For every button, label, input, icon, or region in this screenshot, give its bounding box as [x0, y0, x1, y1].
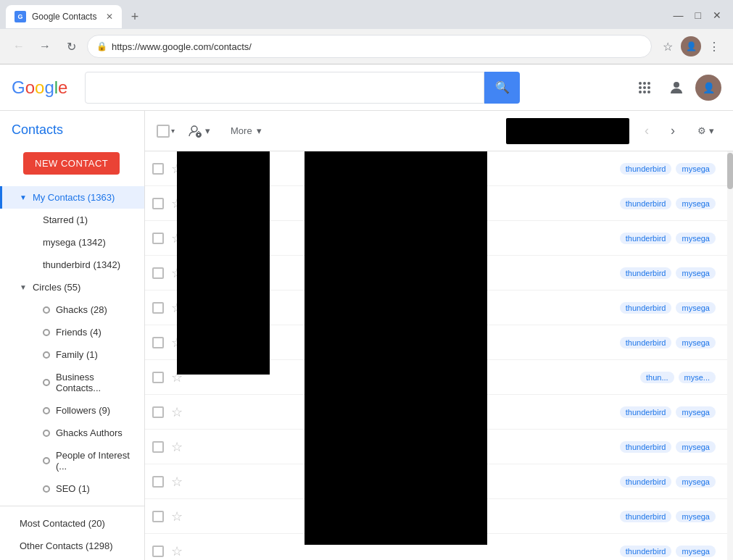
tag-pill[interactable]: mysega: [676, 511, 716, 522]
contact-star[interactable]: ☆: [171, 230, 183, 246]
apps-grid-button[interactable]: [631, 75, 658, 101]
tag-pill[interactable]: thunderbird: [620, 267, 672, 279]
new-contact-button[interactable]: NEW CONTACT: [23, 152, 120, 175]
refresh-button[interactable]: ↻: [61, 36, 81, 57]
contact-star[interactable]: ☆: [171, 300, 183, 316]
ghacks-authors-label: Ghacks Authors: [56, 427, 123, 438]
contact-checkbox[interactable]: [152, 511, 164, 522]
contact-checkbox[interactable]: [152, 546, 164, 557]
tag-pill[interactable]: mysega: [676, 476, 716, 488]
sidebar-item-seo[interactable]: SEO (1): [23, 477, 144, 500]
close-button[interactable]: ✕: [713, 9, 721, 21]
search-button[interactable]: 🔍: [484, 72, 520, 104]
prev-page-icon: ‹: [645, 123, 649, 138]
tag-pill[interactable]: mysega: [676, 546, 716, 557]
tag-pill[interactable]: thun...: [640, 372, 674, 383]
select-all-checkbox[interactable]: [157, 125, 170, 138]
contact-star[interactable]: ☆: [171, 335, 183, 351]
tag-pill[interactable]: thunderbird: [620, 441, 672, 453]
friends-label: Friends (4): [56, 327, 102, 338]
tag-pill[interactable]: thunderbird: [620, 198, 672, 209]
contact-star[interactable]: ☆: [171, 474, 183, 490]
tag-pill[interactable]: thunderbird: [620, 546, 672, 557]
contact-checkbox[interactable]: [152, 233, 164, 244]
tag-pill[interactable]: mysega: [676, 163, 716, 175]
contact-row: ☆thun...myse...: [145, 360, 733, 395]
tag-pill[interactable]: thunderbird: [620, 476, 672, 488]
contact-star[interactable]: ☆: [171, 439, 183, 455]
bookmark-button[interactable]: ☆: [658, 36, 678, 57]
next-page-button[interactable]: ›: [661, 120, 684, 143]
contact-checkbox[interactable]: [152, 441, 164, 453]
sidebar-item-followers[interactable]: Followers (9): [23, 399, 144, 422]
contact-checkbox[interactable]: [152, 476, 164, 488]
tag-pill[interactable]: mysega: [676, 233, 716, 244]
contact-checkbox[interactable]: [152, 406, 164, 418]
contact-star[interactable]: ☆: [171, 543, 183, 559]
sidebar-item-circles[interactable]: ▼ Circles (55): [0, 276, 144, 298]
contact-checkbox[interactable]: [152, 337, 164, 348]
maximize-button[interactable]: □: [695, 9, 701, 21]
svg-point-0: [639, 82, 642, 85]
more-button[interactable]: More ▾: [223, 121, 269, 141]
tag-pill[interactable]: thunderbird: [620, 406, 672, 418]
tab-close-button[interactable]: ✕: [106, 12, 113, 22]
contact-checkbox[interactable]: [152, 302, 164, 314]
active-tab[interactable]: G Google Contacts ✕: [6, 5, 122, 28]
sidebar-item-family[interactable]: Family (1): [23, 343, 144, 366]
profile-avatar[interactable]: 👤: [695, 75, 721, 101]
forward-button[interactable]: →: [35, 36, 55, 57]
sidebar-item-mysega[interactable]: mysega (1342): [23, 231, 144, 254]
sidebar-item-ghacks[interactable]: Ghacks (28): [23, 298, 144, 321]
contact-checkbox[interactable]: [152, 198, 164, 209]
sidebar-item-ghacks-authors[interactable]: Ghacks Authors: [23, 422, 144, 444]
back-button[interactable]: ←: [9, 36, 29, 57]
contact-star[interactable]: ☆: [171, 509, 183, 525]
select-arrow[interactable]: ▾: [171, 127, 175, 135]
prev-page-button[interactable]: ‹: [635, 120, 658, 143]
tag-pill[interactable]: thunderbird: [620, 163, 672, 175]
tag-pill[interactable]: thunderbird: [620, 233, 672, 244]
url-text: https://www.google.com/contacts/: [112, 41, 642, 52]
sidebar-item-other-contacts[interactable]: Other Contacts (1298): [0, 535, 144, 557]
contact-row: ☆thunderbirdmysega: [145, 464, 733, 499]
sidebar-item-starred[interactable]: Starred (1): [23, 209, 144, 231]
tag-pill[interactable]: mysega: [676, 441, 716, 453]
address-bar[interactable]: 🔒 https://www.google.com/contacts/: [87, 35, 652, 58]
contact-checkbox[interactable]: [152, 267, 164, 279]
sidebar-item-people[interactable]: People of Interest (...: [23, 444, 144, 477]
tag-pill[interactable]: thunderbird: [620, 302, 672, 314]
add-contact-dropdown-button[interactable]: ▾: [181, 120, 218, 143]
contact-star[interactable]: ☆: [171, 265, 183, 281]
tag-pill[interactable]: mysega: [676, 337, 716, 348]
tag-pill[interactable]: mysega: [676, 267, 716, 279]
sidebar-item-most-contacted[interactable]: Most Contacted (20): [0, 512, 144, 535]
sidebar-item-business[interactable]: Business Contacts...: [23, 366, 144, 399]
new-tab-button[interactable]: +: [125, 7, 145, 27]
account-button[interactable]: [663, 75, 689, 101]
tag-pill[interactable]: thunderbird: [620, 511, 672, 522]
minimize-button[interactable]: —: [674, 9, 684, 21]
tag-pill[interactable]: thunderbird: [620, 337, 672, 348]
tag-pill[interactable]: mysega: [676, 406, 716, 418]
scrollbar[interactable]: [727, 151, 733, 560]
scrollbar-thumb[interactable]: [727, 153, 733, 189]
settings-dropdown-button[interactable]: ⚙ ▾: [690, 121, 721, 141]
contact-rows-area: ☆thunderbirdmysega☆thunderbirdmysega☆thu…: [145, 151, 733, 560]
contact-checkbox[interactable]: [152, 163, 164, 175]
tag-pill[interactable]: myse...: [679, 372, 716, 383]
sidebar-item-thunderbird[interactable]: thunderbird (1342): [23, 254, 144, 276]
sidebar-item-my-contacts[interactable]: ▼ My Contacts (1363): [0, 186, 144, 209]
contact-star[interactable]: ☆: [171, 196, 183, 212]
contact-star[interactable]: ☆: [171, 369, 183, 385]
tag-pill[interactable]: mysega: [676, 198, 716, 209]
contact-checkbox[interactable]: [152, 372, 164, 383]
profile-button[interactable]: 👤: [681, 36, 701, 57]
contact-star[interactable]: ☆: [171, 161, 183, 177]
add-contact-arrow: ▾: [205, 125, 210, 136]
sidebar-item-friends[interactable]: Friends (4): [23, 321, 144, 343]
contact-star[interactable]: ☆: [171, 404, 183, 420]
menu-button[interactable]: ⋮: [704, 36, 724, 57]
search-input[interactable]: [85, 72, 484, 104]
tag-pill[interactable]: mysega: [676, 302, 716, 314]
